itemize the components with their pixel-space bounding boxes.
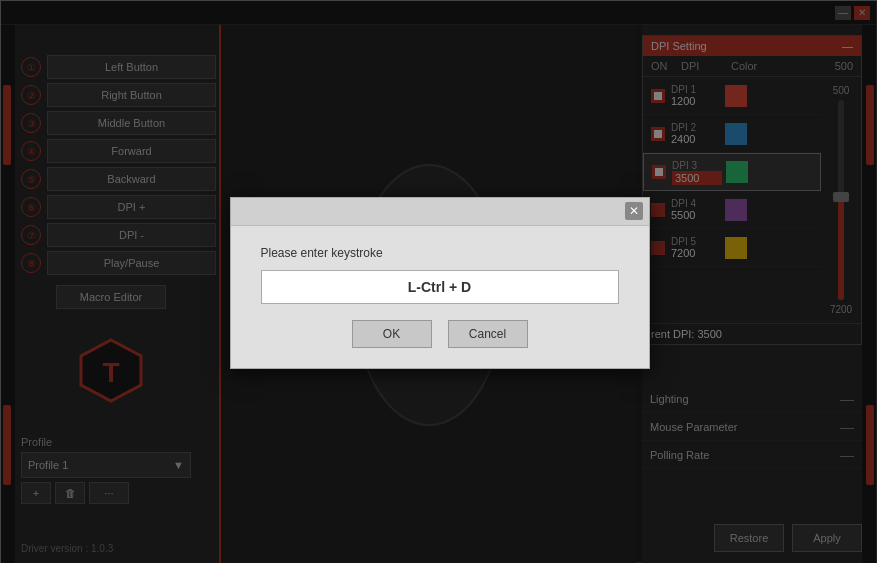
keystroke-display: L-Ctrl + D	[261, 270, 619, 304]
dialog-buttons: OK Cancel	[261, 320, 619, 348]
dialog-ok-button[interactable]: OK	[352, 320, 432, 348]
dialog-close-button[interactable]: ✕	[625, 202, 643, 220]
dialog-instruction: Please enter keystroke	[261, 246, 619, 260]
dialog-cancel-button[interactable]: Cancel	[448, 320, 528, 348]
dialog-body: Please enter keystroke L-Ctrl + D OK Can…	[231, 226, 649, 368]
keystroke-dialog: ✕ Please enter keystroke L-Ctrl + D OK C…	[230, 197, 650, 369]
modal-overlay: ✕ Please enter keystroke L-Ctrl + D OK C…	[1, 1, 877, 563]
dialog-header: ✕	[231, 198, 649, 226]
main-window: — ✕ ① Left Button ② Right Button ③ Middl…	[0, 0, 877, 563]
